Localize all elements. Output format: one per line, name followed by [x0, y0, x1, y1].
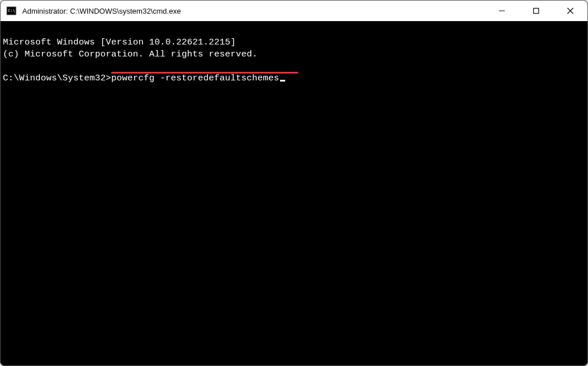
highlight-underline: [111, 72, 298, 74]
terminal-command: powercfg -restoredefaultschemes: [111, 73, 279, 83]
svg-text:C:\: C:\: [8, 9, 15, 13]
window-controls: [485, 1, 587, 21]
svg-rect-3: [534, 9, 539, 14]
terminal-line-version: Microsoft Windows [Version 10.0.22621.22…: [3, 37, 236, 47]
terminal-line-copyright: (c) Microsoft Corporation. All rights re…: [3, 49, 258, 59]
minimize-button[interactable]: [485, 1, 519, 21]
terminal-area[interactable]: Microsoft Windows [Version 10.0.22621.22…: [1, 21, 587, 365]
terminal-prompt: C:\Windows\System32>: [3, 73, 111, 83]
text-cursor: [280, 80, 285, 82]
command-prompt-window: C:\ Administrator: C:\WINDOWS\system32\c…: [0, 0, 588, 366]
close-button[interactable]: [553, 1, 587, 21]
maximize-button[interactable]: [519, 1, 553, 21]
cmd-icon: C:\: [6, 6, 17, 16]
titlebar[interactable]: C:\ Administrator: C:\WINDOWS\system32\c…: [1, 1, 587, 21]
window-title: Administrator: C:\WINDOWS\system32\cmd.e…: [22, 7, 181, 15]
